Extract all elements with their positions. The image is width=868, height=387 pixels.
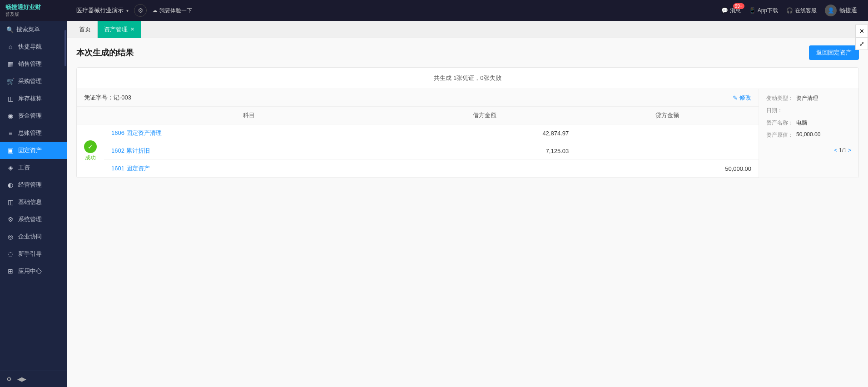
online-service-label: 在线客服 [795,7,817,15]
original-value-row: 资产原值： 50,000.00 [766,131,851,139]
sidebar-item-label: 资金管理 [18,112,42,120]
date-row: 日期： [766,107,851,114]
sidebar-item-system[interactable]: ⚙ 系统管理 [0,211,67,228]
logo-title: 畅捷通好业财 [5,3,41,11]
headset-icon: 🎧 [786,7,793,14]
header-right: 💬 消息 99+ 📱 App下载 🎧 在线客服 👤 畅捷通 [721,5,863,16]
logo-sub: 普及版 [5,11,19,18]
voucher-main: 凭证字号：记-003 ✎ 修改 科目 [77,89,759,178]
sidebar-item-label: 应用中心 [18,267,42,275]
page-content: 本次生成的结果 返回固定资产 共生成 1张凭证，0张失败 凭证字号：记-003 [67,38,868,387]
edit-icon: ✎ [733,94,738,101]
sidebar-item-inventory[interactable]: ◫ 库存核算 [0,90,67,107]
sidebar-item-app-center[interactable]: ⊞ 应用中心 [0,263,67,280]
feedback-button[interactable]: ☁ 我要体验一下 [152,7,192,15]
building-icon: ▣ [6,146,15,154]
company-name: 医疗器械行业演示 [76,6,124,15]
cloud-icon: ☁ [152,7,158,14]
table-row: 1601 固定资产 50,000.00 [77,160,759,178]
tab-home-label: 首页 [79,25,91,34]
close-panel-button[interactable]: ✕ [855,25,868,37]
page-title-row: 本次生成的结果 返回固定资产 [76,45,859,60]
sidebar-item-guide[interactable]: ◌ 新手引导 [0,245,67,263]
sidebar-item-basic-info[interactable]: ◫ 基础信息 [0,194,67,211]
collapse-icon[interactable]: ◀▶ [17,376,26,382]
sidebar-item-label: 系统管理 [18,215,42,223]
sidebar-item-quick-nav[interactable]: ⌂ 快捷导航 [0,38,67,55]
phone-icon: 📱 [749,7,756,14]
subject-col-header: 科目 [104,107,393,124]
credit-cell [576,142,759,160]
gear-button[interactable]: ⚙ [134,4,147,17]
sidebar-item-purchase[interactable]: 🛒 采购管理 [0,73,67,90]
success-icon: ✓ [84,140,97,153]
sidebar: 🔍 搜索菜单 ⌂ 快捷导航 ▦ 销售管理 🛒 采购管理 ◫ 库存核算 ◉ 资金管… [0,21,67,387]
result-card: 共生成 1张凭证，0张失败 凭证字号：记-003 ✎ 修改 [76,67,859,178]
success-text: 成功 [84,154,97,162]
tab-close-icon[interactable]: ✕ [130,26,134,32]
message-badge: 99+ [733,3,744,9]
tab-asset-management[interactable]: 资产管理 ✕ [98,21,141,38]
status-cell: ✓ 成功 [77,124,104,178]
tab-bar: 首页 资产管理 ✕ [67,21,868,38]
sidebar-item-cooperation[interactable]: ◎ 企业协同 [0,228,67,245]
voucher-number: 凭证字号：记-003 [84,94,131,102]
message-button[interactable]: 💬 消息 99+ [721,7,741,15]
avatar: 👤 [825,5,837,16]
sidebar-item-label: 企业协同 [18,233,42,241]
expand-panel-button[interactable]: ⤢ [855,37,868,50]
subject-cell: 1601 固定资产 [104,160,393,178]
ledger-icon: ≡ [6,129,15,137]
sidebar-item-sales[interactable]: ▦ 销售管理 [0,55,67,73]
system-icon: ⚙ [6,215,15,223]
date-label: 日期： [766,107,783,114]
company-selector[interactable]: 医疗器械行业演示 ▾ [76,6,129,15]
subject-cell: 1602 累计折旧 [104,142,393,160]
sidebar-item-label: 经营管理 [18,181,42,189]
sidebar-bottom: ⚙ ◀▶ [0,371,67,387]
money-icon: ◉ [6,112,15,120]
chart-icon: ▦ [6,60,15,68]
asset-name-value: 电脑 [796,119,807,127]
chevron-down-icon: ▾ [126,8,129,13]
sidebar-search[interactable]: 🔍 搜索菜单 [0,21,67,38]
operations-icon: ◐ [6,181,15,189]
sidebar-item-fixed-assets[interactable]: ▣ 固定资产 [0,142,67,159]
checkmark-icon: ✓ [88,143,93,150]
edit-button[interactable]: ✎ 修改 [733,94,751,102]
subject-cell: 1606 固定资产清理 [104,124,393,142]
app-download-button[interactable]: 📱 App下载 [749,7,778,15]
sidebar-scroll[interactable] [64,21,66,387]
change-type-value: 资产清理 [796,94,818,102]
table-row: 1602 累计折旧 7,125.03 [77,142,759,160]
page-next-icon[interactable]: > [848,147,851,154]
sidebar-item-ledger[interactable]: ≡ 总账管理 [0,124,67,142]
asset-name-row: 资产名称： 电脑 [766,119,851,127]
summary-text: 共生成 1张凭证，0张失败 [434,74,501,81]
asset-name-label: 资产名称： [766,119,794,127]
online-service-button[interactable]: 🎧 在线客服 [786,7,817,15]
sidebar-item-payroll[interactable]: ◈ 工资 [0,159,67,176]
box-icon: ◫ [6,94,15,103]
home-icon: ⌂ [6,43,15,51]
sidebar-item-label: 库存核算 [18,94,42,103]
page-title: 本次生成的结果 [76,47,134,58]
logo-area: 畅捷通好业财 普及版 [5,3,73,18]
tab-home[interactable]: 首页 [73,21,98,38]
sidebar-item-operations[interactable]: ◐ 经营管理 [0,176,67,194]
settings-icon[interactable]: ⚙ [6,376,12,382]
sidebar-item-finance[interactable]: ◉ 资金管理 [0,107,67,124]
voucher-header-row: 凭证字号：记-003 ✎ 修改 [77,89,759,107]
return-button[interactable]: 返回固定资产 [809,45,859,60]
page-prev-icon[interactable]: < [834,147,838,154]
result-summary: 共生成 1张凭证，0张失败 [77,68,858,89]
top-header: 畅捷通好业财 普及版 医疗器械行业演示 ▾ ⚙ ☁ 我要体验一下 💬 消息 99… [0,0,868,21]
original-value-value: 50,000.00 [796,131,820,139]
sidebar-item-label: 快捷导航 [18,43,42,51]
voucher-info-panel: 变动类型： 资产清理 日期： 资产名称： 电脑 资产原值： [759,89,858,178]
debit-cell [393,160,576,178]
sidebar-item-label: 工资 [18,164,30,172]
user-area[interactable]: 👤 畅捷通 [825,5,857,16]
debit-cell: 7,125.03 [393,142,576,160]
debit-col-header: 借方金额 [393,107,576,124]
